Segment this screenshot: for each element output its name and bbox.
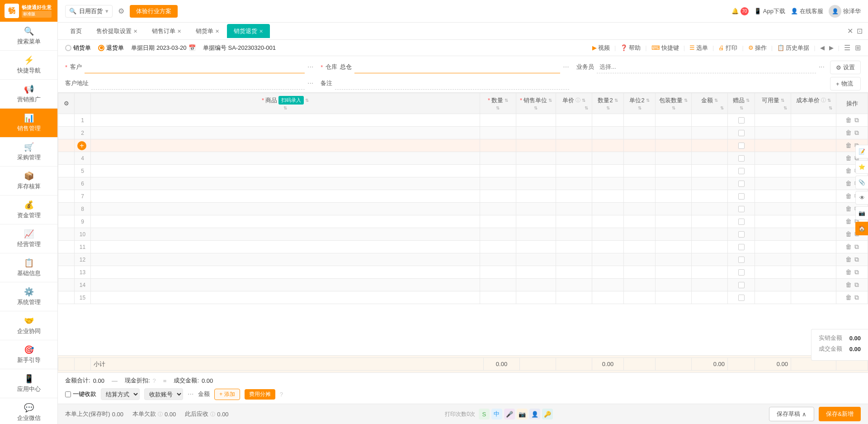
row-gift-7[interactable] bbox=[728, 190, 755, 203]
row-unit-13[interactable] bbox=[516, 266, 556, 279]
gift-checkbox-3[interactable] bbox=[738, 143, 745, 149]
save-new-btn[interactable]: 保存&新增 bbox=[819, 407, 861, 421]
col-product-header[interactable]: * 商品 扫码录入 ⇅ bbox=[91, 93, 480, 114]
gift-checkbox-2[interactable] bbox=[738, 130, 745, 136]
pack-input-1[interactable] bbox=[658, 117, 689, 124]
amount-input-7[interactable] bbox=[694, 193, 725, 200]
delete-icon-3[interactable]: 🗑 bbox=[845, 142, 852, 149]
qty-input-7[interactable] bbox=[483, 193, 513, 200]
col-settings-header[interactable]: ⚙ bbox=[58, 93, 75, 114]
row-gift-4[interactable] bbox=[728, 152, 755, 165]
row-amount-8[interactable] bbox=[692, 203, 728, 215]
row-price-3[interactable] bbox=[556, 139, 592, 152]
action-video[interactable]: ▶ 视频 bbox=[592, 44, 610, 52]
price-input-9[interactable] bbox=[559, 219, 589, 225]
row-unit-7[interactable] bbox=[516, 190, 556, 203]
row-unit-11[interactable] bbox=[516, 241, 556, 253]
row-pack-3[interactable] bbox=[656, 139, 692, 152]
float-btn-star[interactable]: ⭐ bbox=[855, 160, 868, 174]
unit-input-13[interactable] bbox=[519, 269, 553, 276]
action-print[interactable]: 🖨 打印 bbox=[718, 44, 737, 52]
qty2-input-8[interactable] bbox=[595, 206, 621, 212]
copy-icon-11[interactable]: ⧉ bbox=[854, 243, 859, 251]
row-price-9[interactable] bbox=[556, 215, 592, 228]
row-amount-7[interactable] bbox=[692, 190, 728, 203]
col-pack-header[interactable]: 包装数量 ⇅ bbox=[656, 93, 692, 114]
unit-input-14[interactable] bbox=[519, 282, 553, 288]
header-user-item[interactable]: 👤 徐泽华 bbox=[829, 5, 861, 18]
row-unit2-7[interactable] bbox=[624, 190, 656, 203]
row-qty2-12[interactable] bbox=[592, 253, 624, 266]
unit-input-9[interactable] bbox=[519, 219, 553, 225]
qty2-input-6[interactable] bbox=[595, 181, 621, 187]
row-qty-12[interactable] bbox=[480, 253, 516, 266]
product-input-1[interactable] bbox=[94, 117, 477, 124]
qty2-input-5[interactable] bbox=[595, 168, 621, 174]
unit2-input-13[interactable] bbox=[627, 269, 652, 276]
qty2-input-3[interactable] bbox=[595, 143, 621, 149]
row-pack-2[interactable] bbox=[656, 127, 692, 139]
sidebar-item-finance[interactable]: 💰 资金管理 bbox=[0, 195, 57, 224]
row-unit-2[interactable] bbox=[516, 127, 556, 139]
remarks-input[interactable] bbox=[335, 77, 569, 90]
row-qty2-1[interactable] bbox=[592, 114, 624, 127]
product-input-9[interactable] bbox=[94, 219, 477, 225]
add-row-btn[interactable]: + bbox=[77, 141, 86, 150]
unit2-input-2[interactable] bbox=[627, 130, 652, 136]
tab-sales-order[interactable]: 销售订单 ✕ bbox=[145, 24, 188, 38]
row-gift-6[interactable] bbox=[728, 177, 755, 190]
row-amount-9[interactable] bbox=[692, 215, 728, 228]
row-qty2-14[interactable] bbox=[592, 279, 624, 291]
warehouse-input[interactable] bbox=[354, 61, 560, 73]
delete-icon-6[interactable]: 🗑 bbox=[845, 180, 852, 187]
col-qty2-header[interactable]: 数量2 ⇅ bbox=[592, 93, 624, 114]
row-unit2-2[interactable] bbox=[624, 127, 656, 139]
tab-price-extract[interactable]: 售价提取设置 ✕ bbox=[90, 24, 144, 38]
row-qty-8[interactable] bbox=[480, 203, 516, 215]
action-shortcut[interactable]: ⌨ 快捷键 bbox=[651, 44, 679, 52]
qty-input-12[interactable] bbox=[483, 257, 513, 263]
amount-input-6[interactable] bbox=[694, 181, 725, 187]
row-price-15[interactable] bbox=[556, 291, 592, 304]
row-amount-1[interactable] bbox=[692, 114, 728, 127]
row-product-2[interactable] bbox=[91, 127, 480, 139]
sidebar-item-management[interactable]: 📈 经营管理 bbox=[0, 224, 57, 253]
gift-checkbox-8[interactable] bbox=[738, 206, 745, 212]
row-product-7[interactable] bbox=[91, 190, 480, 203]
delete-icon-7[interactable]: 🗑 bbox=[845, 192, 852, 200]
header-search[interactable]: 🔍 日用百货 ▾ bbox=[65, 5, 113, 18]
delete-icon-10[interactable]: 🗑 bbox=[845, 230, 852, 238]
qty2-input-12[interactable] bbox=[595, 257, 621, 263]
row-gift-12[interactable] bbox=[728, 253, 755, 266]
qty-input-5[interactable] bbox=[483, 168, 513, 174]
unit-input-10[interactable] bbox=[519, 231, 553, 238]
unit2-input-1[interactable] bbox=[627, 117, 652, 124]
row-qty-13[interactable] bbox=[480, 266, 516, 279]
row-gift-15[interactable] bbox=[728, 291, 755, 304]
price-input-8[interactable] bbox=[559, 206, 589, 212]
row-qty-14[interactable] bbox=[480, 279, 516, 291]
col-unit2-header[interactable]: 单位2 ⇅ bbox=[624, 93, 656, 114]
row-price-2[interactable] bbox=[556, 127, 592, 139]
footer-icon-key[interactable]: 🔑 bbox=[542, 409, 553, 419]
qty2-input-15[interactable] bbox=[595, 295, 621, 301]
row-product-6[interactable] bbox=[91, 177, 480, 190]
qty-input-15[interactable] bbox=[483, 295, 513, 301]
unit-input-15[interactable] bbox=[519, 295, 553, 301]
unit-input-4[interactable] bbox=[519, 155, 553, 162]
row-gift-1[interactable] bbox=[728, 114, 755, 127]
qty2-input-1[interactable] bbox=[595, 117, 621, 124]
row-gift-3[interactable] bbox=[728, 139, 755, 152]
unit2-input-14[interactable] bbox=[627, 282, 652, 288]
tab-sales-bill-close[interactable]: ✕ bbox=[215, 29, 219, 34]
delete-icon-15[interactable]: 🗑 bbox=[845, 294, 852, 301]
pack-input-7[interactable] bbox=[658, 193, 689, 200]
pack-input-4[interactable] bbox=[658, 155, 689, 162]
row-unit-14[interactable] bbox=[516, 279, 556, 291]
customer-input[interactable] bbox=[85, 61, 305, 73]
product-input-10[interactable] bbox=[94, 231, 477, 238]
action-help[interactable]: ❓ 帮助 bbox=[620, 44, 641, 52]
product-input-2[interactable] bbox=[94, 130, 477, 136]
footer-icon-s[interactable]: S bbox=[479, 409, 490, 419]
product-input-14[interactable] bbox=[94, 282, 477, 288]
